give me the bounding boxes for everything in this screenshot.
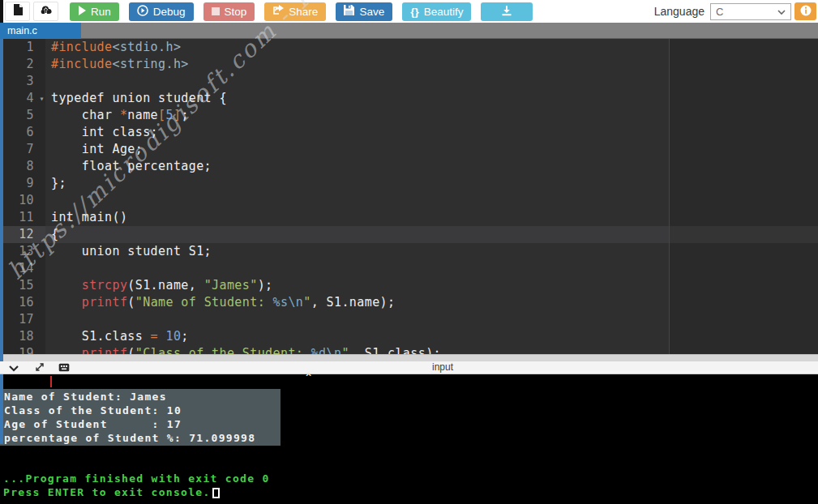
console-output-line: Class of the Student: 10 (4, 404, 281, 417)
keyboard-icon (58, 361, 70, 375)
line-number[interactable]: 1 (0, 39, 45, 56)
page-left-accent (0, 39, 3, 361)
line-number[interactable]: 14 (0, 260, 45, 277)
page-left-accent (0, 374, 3, 444)
new-file-icon (12, 3, 24, 19)
open-file-button[interactable] (33, 2, 58, 21)
beautify-button[interactable]: {} Beautify (402, 2, 471, 21)
play-icon (78, 6, 86, 18)
program-output-block: Name of Student: JamesClass of the Stude… (0, 389, 281, 446)
code-text: typedef union student { (45, 90, 227, 107)
info-icon (799, 4, 812, 19)
line-number[interactable]: 3 (0, 73, 45, 90)
line-number[interactable]: 9 (0, 175, 45, 192)
code-text: #include<stdio.h> (45, 39, 181, 56)
code-text: int Age; (45, 141, 143, 158)
editor-right-dim (670, 39, 818, 354)
chevron-down-icon (777, 6, 786, 18)
stop-button-label: Stop (225, 6, 247, 18)
debug-button-label: Debug (153, 6, 186, 18)
line-number[interactable]: 6 (0, 124, 45, 141)
code-text: S1.class = 10; (45, 328, 189, 345)
code-text: #include<string.h> (45, 56, 189, 73)
window-left-edge (0, 0, 3, 23)
share-button-label: Share (289, 6, 318, 18)
save-button[interactable]: Save (336, 2, 392, 21)
download-icon (501, 5, 512, 19)
code-text: float percentage; (45, 158, 212, 175)
line-number[interactable]: 5 (0, 107, 45, 124)
debug-button[interactable]: Debug (129, 2, 194, 21)
console-output-line: percentage of Student %: 71.099998 (4, 431, 281, 445)
tab-bar: main.c (0, 23, 818, 39)
download-button[interactable] (481, 2, 533, 21)
toolbar-right-group: Language C (654, 2, 816, 20)
language-label: Language (654, 5, 705, 18)
console-output-line: Age of Student : 17 (4, 417, 281, 431)
code-text: int main() (45, 209, 127, 226)
line-number[interactable]: 17 (0, 311, 45, 328)
line-number[interactable]: 7 (0, 141, 45, 158)
console-block-cursor (212, 488, 220, 498)
code-text: { (45, 226, 58, 243)
chevron-down-icon (9, 361, 19, 375)
code-editor[interactable]: 1#include<stdio.h>2#include<string.h>34▾… (0, 39, 818, 354)
share-button[interactable]: Share (264, 2, 326, 21)
line-number[interactable]: 8 (0, 158, 45, 175)
line-number[interactable]: 16 (0, 294, 45, 311)
save-icon (344, 5, 354, 18)
line-number[interactable]: 4▾ (0, 90, 45, 107)
line-number[interactable]: 15 (0, 277, 45, 294)
beautify-button-label: Beautify (424, 6, 464, 18)
language-select-value: C (716, 6, 723, 18)
line-number[interactable]: 18 (0, 328, 45, 345)
code-text: printf("Class of the Student: %d\n", S1.… (45, 345, 441, 354)
code-text: char *name[5]; (45, 107, 189, 124)
code-text: strcpy(S1.name, "James"); (45, 277, 273, 294)
save-button-label: Save (359, 6, 384, 18)
line-number[interactable]: 19 (0, 345, 45, 354)
code-text: int class; (45, 124, 158, 141)
new-file-button[interactable] (5, 2, 30, 21)
run-button-label: Run (91, 6, 111, 18)
line-number[interactable]: 2 (0, 56, 45, 73)
expand-console-button[interactable] (32, 362, 47, 374)
program-finish-block: ...Program finished with exit code 0Pres… (3, 472, 270, 499)
upload-icon (39, 4, 53, 19)
editor-horizontal-scrollbar[interactable] (0, 354, 818, 361)
console-caret: ^ (306, 372, 311, 383)
console-output-line: Name of Student: James (4, 390, 281, 404)
fold-arrow-icon[interactable]: ▾ (40, 90, 45, 107)
console-finish-line: Press ENTER to exit console. (3, 485, 270, 499)
share-icon (272, 5, 284, 18)
console-header: input (0, 361, 818, 374)
code-text (45, 192, 51, 209)
console-input-label: input (432, 361, 453, 373)
toolbar: Run Debug Stop Share Save {} Beautify La… (0, 0, 818, 23)
stop-button[interactable]: Stop (203, 2, 255, 21)
line-number[interactable]: 10 (0, 192, 45, 209)
expand-arrows-icon (35, 361, 45, 375)
debug-play-circle-icon (137, 5, 148, 19)
code-text: }; (45, 175, 66, 192)
language-select[interactable]: C (710, 3, 791, 20)
collapse-console-button[interactable] (6, 362, 21, 374)
run-button[interactable]: Run (70, 2, 119, 21)
keyboard-toggle-button[interactable] (57, 362, 71, 374)
braces-icon: {} (410, 6, 419, 18)
tab-label: main.c (7, 25, 37, 36)
line-number[interactable]: 13 (0, 243, 45, 260)
code-text: union student S1; (45, 243, 212, 260)
code-text: printf("Name of Student: %s\n", S1.name)… (45, 294, 395, 311)
console-terminal[interactable]: ^ Name of Student: JamesClass of the Stu… (0, 374, 818, 504)
terminal-cursor (50, 376, 52, 387)
tab-main-c[interactable]: main.c (0, 23, 81, 39)
stop-icon (212, 6, 220, 18)
info-button[interactable] (794, 2, 816, 20)
online-compiler-window: Run Debug Stop Share Save {} Beautify La… (0, 0, 818, 504)
line-number[interactable]: 12 (0, 226, 45, 243)
code-text (45, 73, 51, 90)
line-number[interactable]: 11 (0, 209, 45, 226)
console-finish-line: ...Program finished with exit code 0 (3, 472, 270, 485)
code-text (45, 311, 51, 328)
